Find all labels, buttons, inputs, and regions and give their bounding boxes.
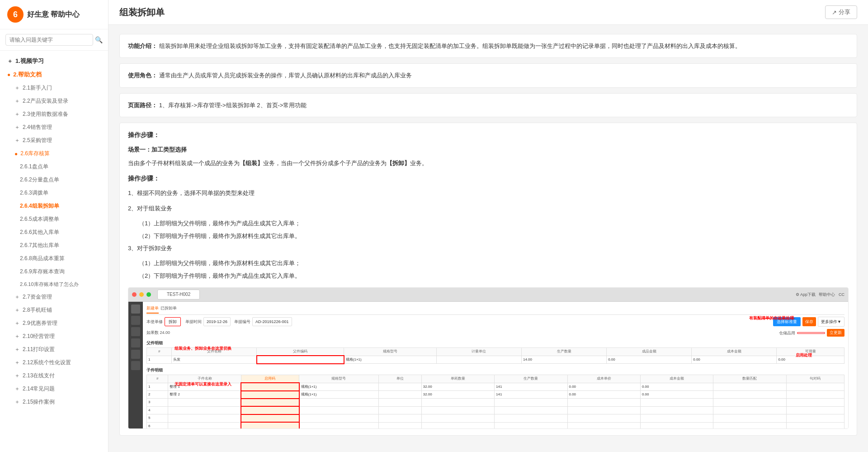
sidebar-item-video[interactable]: ＋ 1.视频学习 bbox=[0, 54, 108, 68]
sidebar-item-cases[interactable]: ＋ 2.15操作案例 bbox=[0, 395, 108, 409]
intro-text: 组装拆卸单用来处理企业组装或拆卸等加工业务，支持有固定装配清单的产品加工业务，也… bbox=[159, 43, 741, 49]
step2: 2、对于组装业务 bbox=[128, 203, 849, 214]
scene1-title: 场景一：加工类型选择 bbox=[128, 144, 849, 155]
sidebar-item-assembly[interactable]: 2.6.4组装拆卸单 bbox=[0, 200, 108, 213]
sidebar-item-sales[interactable]: ＋ 2.4销售管理 bbox=[0, 121, 108, 134]
role-label: 使用角色： bbox=[128, 72, 157, 79]
main-area: 组装拆卸单 ↗ 分享 功能介绍： 组装拆卸单用来处理企业组装或拆卸等加工业务，支… bbox=[108, 0, 868, 452]
screenshot-type-selector[interactable]: 拆卸 bbox=[165, 317, 181, 326]
page-title: 组装拆卸单 bbox=[119, 6, 165, 19]
path-label: 页面路径： bbox=[128, 102, 157, 109]
plus-icon-fund: ＋ bbox=[14, 293, 20, 301]
sidebar-item-payment[interactable]: ＋ 2.13在线支付 bbox=[0, 369, 108, 382]
content-area: 功能介绍： 组装拆卸单用来处理企业组装或拆卸等加工业务，支持有固定装配清单的产品… bbox=[108, 25, 868, 452]
plus-icon-faq: ＋ bbox=[14, 385, 20, 393]
intro-label: 功能介绍： bbox=[128, 43, 157, 49]
sidebar-item-print[interactable]: ＋ 2.11打印设置 bbox=[0, 343, 108, 356]
ops-title: 操作步骤： bbox=[128, 129, 849, 141]
screenshot-label-date: 单据时间 bbox=[185, 318, 202, 325]
plus-icon-prepare: ＋ bbox=[14, 110, 20, 118]
sidebar-item-install[interactable]: ＋ 2.2产品安装及登录 bbox=[0, 95, 108, 108]
sidebar-item-purchase[interactable]: ＋ 2.5采购管理 bbox=[0, 134, 108, 147]
sidebar-item-divstock[interactable]: 2.6.2分量盘点单 bbox=[0, 173, 108, 186]
sidebar-item-ops[interactable]: ＋ 2.10经营管理 bbox=[0, 330, 108, 343]
step2-sub2: （2）下部明细为子件明细，最终作为原材料生成其它出库单。 bbox=[128, 231, 849, 241]
sidebar-header: 6 好生意 帮助中心 bbox=[0, 0, 108, 29]
sidebar-item-docs[interactable]: ● 2.帮助文档 bbox=[0, 68, 108, 81]
plus-icon-coupon: ＋ bbox=[14, 319, 20, 327]
plus-icon-print: ＋ bbox=[14, 346, 20, 353]
logo-icon: 6 bbox=[7, 6, 24, 23]
nav-tree: ＋ 1.视频学习 ● 2.帮助文档 ＋ 2.1新手入门 ＋ 2.2产品安装及登录… bbox=[0, 51, 108, 452]
intro-block: 功能介绍： 组装拆卸单用来处理企业组装或拆卸等加工业务，支持有固定装配清单的产品… bbox=[119, 34, 857, 58]
plus-icon: ＋ bbox=[7, 57, 13, 65]
sidebar-item-otherin[interactable]: 2.6.6其他入库单 bbox=[0, 226, 108, 239]
screenshot-warehouse-input[interactable] bbox=[797, 332, 825, 334]
plus-icon-install: ＋ bbox=[14, 97, 20, 105]
step3-sub1: （1）上部明细为父件明细，最终作为原材料生成其它出库单； bbox=[128, 258, 849, 268]
sidebar-item-coupon[interactable]: ＋ 2.9优惠券管理 bbox=[0, 317, 108, 330]
sidebar-item-costcalc[interactable]: 2.6.8商品成本重算 bbox=[0, 252, 108, 265]
sidebar: 6 好生意 帮助中心 🔍 ＋ 1.视频学习 ● 2.帮助文档 ＋ 2.1新手入门… bbox=[0, 0, 108, 452]
role-text: 通常由生产人员或库管人员完成拆装业务的操作，库管人员确认原材料的出库和产成品的入… bbox=[159, 72, 412, 79]
annotation-1-line bbox=[759, 318, 795, 319]
screenshot-topbar-text: TEST-H002 bbox=[157, 290, 200, 300]
screenshot-child-table: # 子件名称 启用码 规格型号 单位 单耗数量 生产数量 成本单价 成本金额 bbox=[146, 375, 844, 428]
plus-icon-mobile: ＋ bbox=[14, 306, 20, 314]
screenshot-child-table-label: 子件明细 bbox=[146, 366, 844, 374]
annotation-2: 组装业务、拆卸业务在这里切换 bbox=[175, 345, 231, 352]
annotation-3: 启用处理 bbox=[796, 352, 812, 359]
screenshot-parent-table-label: 父件明细 bbox=[146, 339, 844, 347]
search-input[interactable] bbox=[5, 34, 93, 46]
search-button[interactable]: 🔍 bbox=[95, 36, 103, 43]
step2-sub1: （1）上部明细为父件明细，最终作为产成品生成其它入库单； bbox=[128, 218, 849, 228]
screenshot-tab-new[interactable]: 新建单 bbox=[146, 305, 159, 314]
steps-title: 操作步骤： bbox=[128, 173, 849, 184]
minus-icon-inventory: ● bbox=[14, 151, 18, 157]
share-button[interactable]: ↗ 分享 bbox=[825, 5, 857, 19]
top-bar: 组装拆卸单 ↗ 分享 bbox=[108, 0, 868, 25]
plus-icon-purchase: ＋ bbox=[14, 137, 20, 144]
sidebar-item-stockerr[interactable]: 2.6.10库存账本错了怎么办 bbox=[0, 278, 108, 290]
scene1-desc: 当由多个子件材料组装成一个成品的业务为【组装】业务，当由一个父件拆分成多个子产品… bbox=[128, 158, 849, 168]
step1: 1、根据不同的业务，选择不同单据的类型来处理 bbox=[128, 188, 849, 198]
step3-sub2: （2）下部明细为子件明细，最终作为产成品生成其它入库单。 bbox=[128, 271, 849, 281]
sidebar-title: 好生意 帮助中心 bbox=[27, 10, 80, 19]
plus-icon-custom: ＋ bbox=[14, 359, 20, 366]
screenshot-warehouse-label: 仓储品用 bbox=[779, 329, 795, 337]
plus-icon-ops: ＋ bbox=[14, 333, 20, 340]
role-block: 使用角色： 通常由生产人员或库管人员完成拆装业务的操作，库管人员确认原材料的出库… bbox=[119, 63, 857, 87]
screenshot-btn-save[interactable]: 保存 bbox=[802, 317, 816, 326]
sidebar-item-mobile[interactable]: ＋ 2.8手机旺铺 bbox=[0, 304, 108, 317]
sidebar-item-fund[interactable]: ＋ 2.7资金管理 bbox=[0, 290, 108, 304]
step3: 3、对于拆卸业务 bbox=[128, 243, 849, 253]
sidebar-item-prepare[interactable]: ＋ 2.3使用前数据准备 bbox=[0, 108, 108, 121]
minus-icon: ● bbox=[7, 71, 10, 78]
screenshot-no-value: AD-20191226-001 bbox=[252, 317, 292, 326]
screenshot-date-value: 2019-12-26 bbox=[203, 317, 231, 326]
screenshot-left-nav bbox=[128, 302, 143, 428]
screenshot-label-type: 本使单修 bbox=[146, 318, 163, 325]
sidebar-item-adjust[interactable]: 2.6.3调拨单 bbox=[0, 186, 108, 200]
sidebar-item-faq[interactable]: ＋ 2.14常见问题 bbox=[0, 382, 108, 395]
sidebar-item-stockcheck[interactable]: 2.6.9库存账本查询 bbox=[0, 265, 108, 278]
screenshot-confirm-btn[interactable]: 立更新 bbox=[827, 329, 844, 337]
ops-block: 操作步骤： 场景一：加工类型选择 当由多个子件材料组装成一个成品的业务为【组装】… bbox=[119, 123, 857, 436]
screenshot-tab-list[interactable]: 已拆卸单 bbox=[160, 305, 177, 314]
sidebar-item-costadj[interactable]: 2.6.5成本调整单 bbox=[0, 213, 108, 226]
sidebar-item-inventory[interactable]: ● 2.6库存核算 bbox=[0, 147, 108, 160]
plus-icon-new: ＋ bbox=[14, 84, 20, 92]
path-text: 1、库存核算->库存管理->组装拆卸单 2、首页->常用功能 bbox=[159, 102, 307, 109]
screenshot-btn-more[interactable]: 更多操作▼ bbox=[818, 317, 844, 327]
search-box: 🔍 bbox=[0, 29, 108, 51]
path-block: 页面路径： 1、库存核算->库存管理->组装拆卸单 2、首页->常用功能 bbox=[119, 93, 857, 117]
screenshot-label-no: 单据编号 bbox=[234, 318, 250, 325]
plus-icon-sales: ＋ bbox=[14, 124, 20, 131]
sidebar-item-new[interactable]: ＋ 2.1新手入门 bbox=[0, 81, 108, 95]
sidebar-item-otherout[interactable]: 2.6.7其他出库单 bbox=[0, 239, 108, 252]
sidebar-item-stocktake[interactable]: 2.6.1盘点单 bbox=[0, 160, 108, 173]
screenshot-field-qty-label: 如果数 24.00 bbox=[146, 329, 775, 336]
share-icon: ↗ bbox=[832, 9, 837, 16]
screenshot: TEST-H002 ⚙ App下载 帮助中心 CC bbox=[128, 287, 849, 429]
sidebar-item-custom[interactable]: ＋ 2.12系统个性化设置 bbox=[0, 356, 108, 369]
